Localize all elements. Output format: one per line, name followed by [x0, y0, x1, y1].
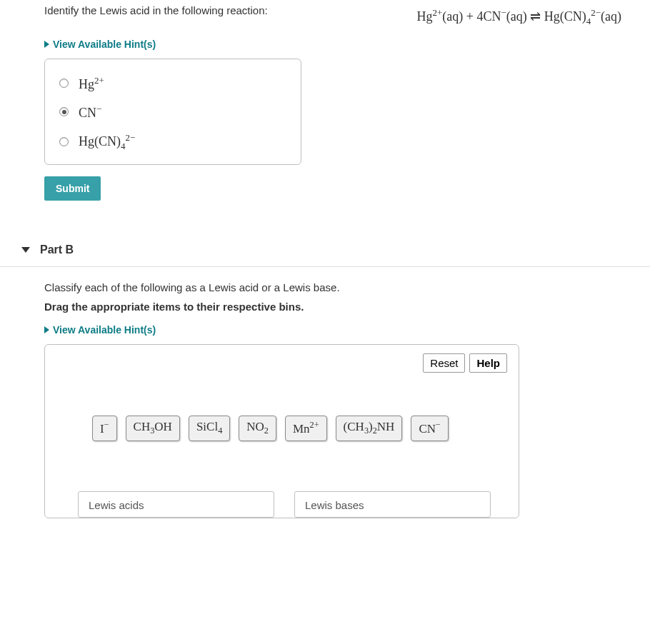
view-hints-link[interactable]: View Available Hint(s) [44, 324, 636, 336]
caret-right-icon [44, 326, 49, 333]
caret-down-icon [21, 247, 30, 253]
drag-item-sicl4[interactable]: SiCl4 [189, 416, 230, 441]
radio-icon[interactable] [59, 79, 69, 88]
radio-icon[interactable] [59, 107, 69, 116]
submit-button[interactable]: Submit [44, 176, 101, 201]
view-hints-link[interactable]: View Available Hint(s) [44, 39, 636, 50]
question-text: Identify the Lewis acid in the following… [44, 4, 268, 17]
drag-instruction: Drag the appropriate items to their resp… [44, 301, 636, 313]
drag-item-ch3oh[interactable]: CH3OH [126, 416, 180, 441]
option-hgcn4[interactable]: Hg(CN)42− [56, 126, 289, 158]
drop-bins: Lewis acids Lewis bases [56, 491, 507, 518]
drag-drop-canvas: Reset Help I− CH3OH SiCl4 NO2 Mn2+ (CH3)… [44, 344, 519, 518]
part-title: Part B [40, 243, 74, 256]
bin-lewis-bases[interactable]: Lewis bases [294, 491, 491, 518]
drag-item-ch32nh[interactable]: (CH3)2NH [336, 416, 403, 441]
bin-lewis-acids[interactable]: Lewis acids [78, 491, 274, 518]
option-label: CN− [79, 104, 101, 121]
question-text: Classify each of the following as a Lewi… [44, 281, 636, 293]
drag-items-pool: I− CH3OH SiCl4 NO2 Mn2+ (CH3)2NH CN− [56, 416, 507, 441]
hints-label: View Available Hint(s) [53, 324, 156, 336]
option-label: Hg(CN)42− [79, 132, 135, 152]
drag-item-i-minus[interactable]: I− [92, 416, 117, 441]
canvas-toolbar: Reset Help [56, 353, 507, 373]
reset-button[interactable]: Reset [423, 353, 465, 373]
reaction-equation: Hg2+(aq) + 4CN−(aq) ⇌ Hg(CN)42−(aq) [417, 4, 636, 27]
drag-item-cn-minus[interactable]: CN− [411, 416, 449, 441]
answer-options: Hg2+ CN− Hg(CN)42− [44, 59, 301, 166]
option-cn-minus[interactable]: CN− [56, 98, 289, 126]
radio-icon[interactable] [59, 137, 69, 146]
part-a: Identify the Lewis acid in the following… [0, 0, 650, 201]
help-button[interactable]: Help [469, 353, 507, 373]
drag-item-mn2plus[interactable]: Mn2+ [285, 416, 327, 441]
caret-right-icon [44, 41, 49, 48]
hints-label: View Available Hint(s) [53, 39, 156, 50]
drag-item-no2[interactable]: NO2 [239, 416, 276, 441]
option-label: Hg2+ [79, 75, 104, 92]
option-hg2plus[interactable]: Hg2+ [56, 69, 289, 98]
part-b: Classify each of the following as a Lewi… [0, 281, 650, 518]
part-b-header[interactable]: Part B [0, 236, 650, 267]
